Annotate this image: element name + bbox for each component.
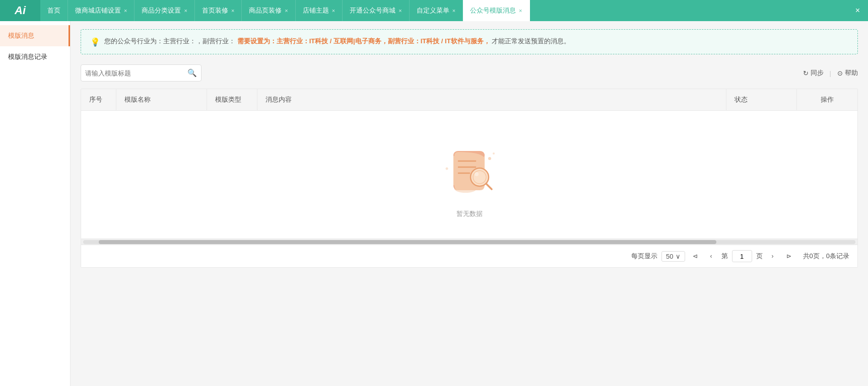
empty-illustration [439,141,500,201]
content-area: 💡 您的公众号行业为：主营行业：，副营行业： 需要设置为：主营行业：IT科技 /… [71,21,868,386]
sidebar-item-template-msg-record-label: 模版消息记录 [8,53,47,60]
nav-tab-shop-setting[interactable]: 微商城店铺设置 × [68,0,135,21]
sidebar-item-template-msg-label: 模版消息 [8,32,34,39]
toolbar-divider: | [830,69,831,77]
nav-tab-custom-menu[interactable]: 自定义菜单 × [410,0,463,21]
th-action: 操作 [797,89,857,110]
sync-label: 同步 [811,68,824,78]
sidebar-item-template-msg[interactable]: 模版消息 [0,25,70,46]
nav-tab-category-close[interactable]: × [184,8,187,14]
nav-tab-theme-label: 店铺主题 [303,6,329,15]
pagination: 每页显示 50 ∨ ⊲ ‹ 第 页 › ⊳ 共0页，0条记录 [81,245,857,267]
th-name: 模版名称 [116,89,207,110]
nav-tab-home-decor[interactable]: 首页装修 × [195,0,242,21]
svg-point-10 [445,168,448,170]
nav-tab-theme-close[interactable]: × [332,8,335,14]
th-type: 模版类型 [207,89,257,110]
nav-tab-product-decor[interactable]: 商品页装修 × [242,0,295,21]
sync-button[interactable]: ↻ 同步 [803,68,824,78]
page-prev-button[interactable]: ‹ [705,250,717,262]
nav-tab-product-decor-close[interactable]: × [285,8,288,14]
notice-banner: 💡 您的公众号行业为：主营行业：，副营行业： 需要设置为：主营行业：IT科技 /… [81,29,858,54]
top-nav: Ai 首页 微商城店铺设置 × 商品分类设置 × 首页装修 × 商品页装修 × … [0,0,868,21]
nav-tab-shop-setting-label: 微商城店铺设置 [75,6,121,15]
nav-tab-category-label: 商品分类设置 [142,6,181,15]
table-header: 序号 模版名称 模版类型 消息内容 状态 操作 [81,89,857,111]
notice-prefix: 您的公众号行业为：主营行业：，副营行业： [104,37,235,45]
nav-tab-category[interactable]: 商品分类设置 × [135,0,194,21]
page-size-select[interactable]: 50 ∨ [661,251,685,262]
scrollbar-row[interactable] [81,239,857,245]
nav-tab-custom-menu-label: 自定义菜单 [417,6,449,15]
nav-tab-home-decor-close[interactable]: × [231,8,234,14]
nav-tab-product-decor-label: 商品页装修 [249,6,282,15]
nav-tab-theme[interactable]: 店铺主题 × [296,0,343,21]
nav-tab-custom-menu-close[interactable]: × [452,8,455,14]
nav-tab-home[interactable]: 首页 [40,0,68,21]
nav-close-all-button[interactable]: × [847,0,868,21]
svg-point-8 [488,157,491,160]
search-input[interactable] [85,69,187,77]
notice-icon: 💡 [90,37,100,47]
page-label-before: 第 [721,252,728,261]
scrollbar-thumb[interactable] [99,240,716,244]
svg-point-7 [475,172,479,176]
nav-tab-home-label: 首页 [47,6,60,15]
nav-tab-open-mall-close[interactable]: × [398,8,402,14]
search-bar: 🔍 ↻ 同步 | ⊙ 帮助 [81,64,858,82]
logo: Ai [0,0,40,21]
search-input-wrap: 🔍 [81,64,202,82]
page-total: 共0页，0条记录 [803,252,849,261]
page-first-button[interactable]: ⊲ [689,250,701,262]
nav-tab-template-msg-close[interactable]: × [519,8,522,14]
main-layout: 模版消息 模版消息记录 💡 您的公众号行业为：主营行业：，副营行业： 需要设置为… [0,21,868,386]
scrollbar-track [83,240,855,244]
toolbar-right: ↻ 同步 | ⊙ 帮助 [803,68,858,78]
page-label-after: 页 [756,252,763,261]
help-icon: ⊙ [837,69,843,77]
th-seq: 序号 [81,89,116,110]
page-size-value: 50 [666,253,673,260]
th-content: 消息内容 [257,89,726,110]
page-last-button[interactable]: ⊳ [783,250,795,262]
notice-text: 您的公众号行业为：主营行业：，副营行业： 需要设置为：主营行业：IT科技 / 互… [104,37,570,46]
notice-suffix: 才能正常发送预置的消息。 [492,37,570,45]
sidebar: 模版消息 模版消息记录 [0,21,71,386]
page-size-chevron-icon: ∨ [676,253,681,260]
help-label: 帮助 [845,68,858,78]
page-next-button[interactable]: › [767,250,779,262]
sidebar-item-template-msg-record[interactable]: 模版消息记录 [0,46,70,67]
nav-tab-open-mall-label: 开通公众号商城 [350,6,395,15]
search-button[interactable]: 🔍 [187,68,197,78]
nav-tab-open-mall[interactable]: 开通公众号商城 × [343,0,409,21]
nav-tab-home-decor-label: 首页装修 [202,6,228,15]
page-current-input[interactable] [732,250,752,262]
empty-text: 暂无数据 [456,209,483,218]
svg-point-9 [493,152,495,155]
help-button[interactable]: ⊙ 帮助 [837,68,858,78]
empty-state: 暂无数据 [81,111,857,239]
page-size-label: 每页显示 [631,252,657,261]
svg-line-6 [486,184,492,189]
nav-tab-template-msg[interactable]: 公众号模版消息 × [463,0,529,21]
notice-highlight: 需要设置为：主营行业：IT科技 / 互联网|电子商务，副营行业：IT科技 / I… [237,37,490,45]
sync-icon: ↻ [803,69,809,77]
table: 序号 模版名称 模版类型 消息内容 状态 操作 [81,89,858,268]
nav-tab-shop-setting-close[interactable]: × [124,8,127,14]
nav-tab-template-msg-label: 公众号模版消息 [470,6,516,15]
th-status: 状态 [726,89,797,110]
